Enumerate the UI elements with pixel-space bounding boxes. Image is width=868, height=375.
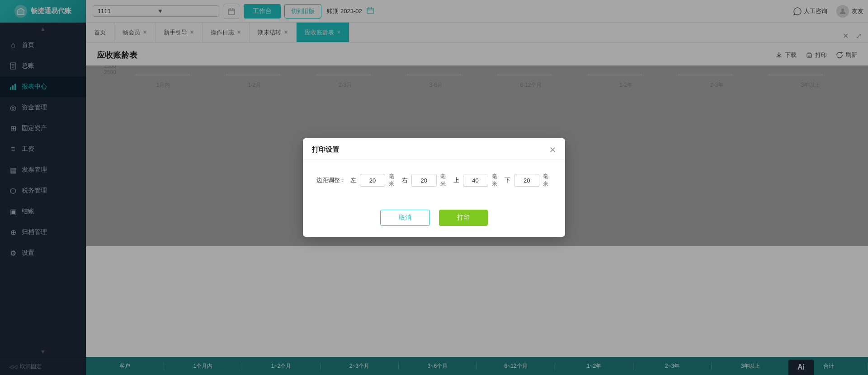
left-margin-group: 左 毫米 [350,173,397,188]
margin-row: 边距调整： 左 毫米 右 毫米 上 毫米 下 [316,173,552,188]
margin-label: 边距调整： [316,176,346,184]
print-settings-modal: 打印设置 ✕ 边距调整： 左 毫米 右 毫米 上 毫米 [303,138,565,237]
top-margin-input[interactable] [463,174,488,187]
modal-title: 打印设置 [312,145,339,154]
print-confirm-button[interactable]: 打印 [439,210,488,226]
left-margin-input[interactable] [360,174,385,187]
bottom-unit: 毫米 [543,173,552,188]
right-label: 右 [402,176,408,184]
cancel-button[interactable]: 取消 [380,210,430,226]
right-unit: 毫米 [440,173,449,188]
modal-close-button[interactable]: ✕ [549,146,556,154]
top-margin-group: 上 毫米 [453,173,500,188]
modal-header: 打印设置 ✕ [303,138,565,160]
right-margin-group: 右 毫米 [402,173,449,188]
left-label: 左 [350,176,356,184]
modal-body: 边距调整： 左 毫米 右 毫米 上 毫米 下 [303,160,565,202]
left-unit: 毫米 [389,173,397,188]
bottom-margin-input[interactable] [514,174,539,187]
top-label: 上 [453,176,459,184]
bottom-label: 下 [505,176,510,184]
right-margin-input[interactable] [411,174,437,187]
modal-overlay: 打印设置 ✕ 边距调整： 左 毫米 右 毫米 上 毫米 [0,0,868,375]
modal-footer: 取消 打印 [303,202,565,237]
bottom-margin-group: 下 毫米 [505,173,552,188]
top-unit: 毫米 [492,173,500,188]
